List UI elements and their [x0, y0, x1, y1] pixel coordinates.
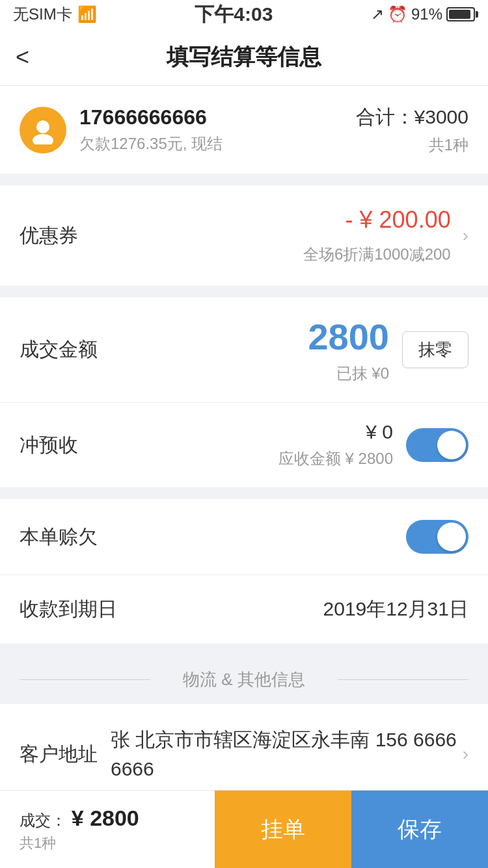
- user-info: 17666666666 欠款1276.35元, 现结: [79, 105, 223, 154]
- address-chevron-icon: ›: [463, 744, 468, 765]
- user-right: 合计：¥3000 共1种: [356, 104, 468, 156]
- chong-right: ¥ 0 应收金额 ¥ 2800: [278, 421, 468, 469]
- save-button[interactable]: 保存: [351, 791, 488, 869]
- status-time: 下午4:03: [195, 1, 273, 28]
- debt-section: 本单赊欠 收款到期日 2019年12月31日: [0, 499, 488, 644]
- due-date-label: 收款到期日: [20, 596, 117, 623]
- address-label: 客户地址: [20, 741, 98, 768]
- hold-button[interactable]: 挂单: [215, 791, 351, 869]
- user-left: 17666666666 欠款1276.35元, 现结: [20, 105, 223, 154]
- chong-toggle[interactable]: [406, 428, 468, 462]
- logistics-divider: 物流 & 其他信息: [0, 655, 488, 704]
- page-title: 填写结算等信息: [167, 42, 321, 72]
- footer-count: 共1种: [20, 834, 195, 853]
- nav-bar: < 填写结算等信息: [0, 29, 488, 86]
- coupon-row[interactable]: 优惠券 - ¥ 200.00 全场6折满1000减200 ›: [0, 185, 488, 286]
- coupon-values: - ¥ 200.00 全场6折满1000减200: [303, 206, 451, 265]
- footer-info: 成交： ¥ 2800 共1种: [0, 806, 215, 853]
- debt-label: 本单赊欠: [20, 524, 98, 550]
- location-icon: ↗: [371, 5, 384, 23]
- avatar: [20, 107, 66, 154]
- amount-section: 成交金额 2800 已抹 ¥0 抹零 冲预收 ¥ 0 应收金额 ¥ 2800: [0, 297, 488, 487]
- address-row[interactable]: 客户地址 张 北京市市辖区海淀区永丰南 156 6666 6666 ›: [0, 704, 488, 804]
- status-right: ↗ ⏰ 91%: [371, 5, 475, 23]
- already-rounded: 已抹 ¥0: [336, 363, 389, 384]
- deal-amount-row: 成交金额 2800 已抹 ¥0 抹零: [0, 297, 488, 403]
- chong-row: 冲预收 ¥ 0 应收金额 ¥ 2800: [0, 403, 488, 487]
- alarm-icon: ⏰: [388, 5, 407, 23]
- status-left: 无SIM卡 📶: [13, 4, 97, 25]
- chong-col: ¥ 0 应收金额 ¥ 2800: [278, 421, 393, 469]
- divider-text: 物流 & 其他信息: [183, 668, 305, 691]
- address-section: 客户地址 张 北京市市辖区海淀区永丰南 156 6666 6666 ›: [0, 704, 488, 804]
- coupon-right: - ¥ 200.00 全场6折满1000减200 ›: [303, 206, 468, 265]
- battery-icon: [446, 7, 475, 21]
- user-count: 共1种: [356, 135, 468, 156]
- svg-point-0: [36, 120, 49, 133]
- coupon-label: 优惠券: [20, 223, 78, 249]
- deal-value: 2800: [308, 316, 389, 358]
- carrier-text: 无SIM卡: [13, 4, 72, 25]
- deal-right: 2800 已抹 ¥0 抹零: [308, 316, 468, 384]
- svg-point-1: [33, 134, 53, 144]
- user-card: 17666666666 欠款1276.35元, 现结 合计：¥3000 共1种: [0, 86, 488, 174]
- user-total: 合计：¥3000: [356, 104, 468, 131]
- battery-percent: 91%: [411, 5, 442, 23]
- debt-toggle[interactable]: [406, 520, 468, 554]
- footer-transaction-line: 成交： ¥ 2800: [20, 806, 195, 831]
- coupon-section: 优惠券 - ¥ 200.00 全场6折满1000减200 ›: [0, 185, 488, 286]
- back-button[interactable]: <: [16, 44, 29, 71]
- coupon-chevron-icon: ›: [463, 225, 468, 246]
- footer-transaction-label: 成交：: [20, 811, 66, 829]
- user-phone: 17666666666: [79, 105, 223, 129]
- divider-line-left: [20, 679, 150, 680]
- due-date-row: 收款到期日 2019年12月31日: [0, 575, 488, 644]
- status-bar: 无SIM卡 📶 下午4:03 ↗ ⏰ 91%: [0, 0, 488, 29]
- debt-row: 本单赊欠: [0, 499, 488, 575]
- round-zero-button[interactable]: 抹零: [402, 331, 468, 368]
- chong-label: 冲预收: [20, 432, 78, 459]
- wifi-icon: 📶: [77, 5, 97, 23]
- user-debt: 欠款1276.35元, 现结: [79, 133, 223, 154]
- address-value: 张 北京市市辖区海淀区永丰南 156 6666 6666: [111, 725, 463, 783]
- content-area: 17666666666 欠款1276.35元, 现结 合计：¥3000 共1种 …: [0, 86, 488, 868]
- footer-amount: ¥ 2800: [72, 806, 139, 830]
- deal-col: 2800 已抹 ¥0: [308, 316, 389, 384]
- divider-line-right: [338, 679, 468, 680]
- footer: 成交： ¥ 2800 共1种 挂单 保存: [0, 790, 488, 868]
- coupon-value: - ¥ 200.00: [346, 206, 451, 234]
- coupon-sub: 全场6折满1000减200: [303, 244, 451, 265]
- due-date-value: 2019年12月31日: [323, 596, 468, 623]
- deal-label: 成交金额: [20, 336, 98, 363]
- chong-sub: 应收金额 ¥ 2800: [278, 448, 393, 469]
- chong-value: ¥ 0: [366, 421, 393, 443]
